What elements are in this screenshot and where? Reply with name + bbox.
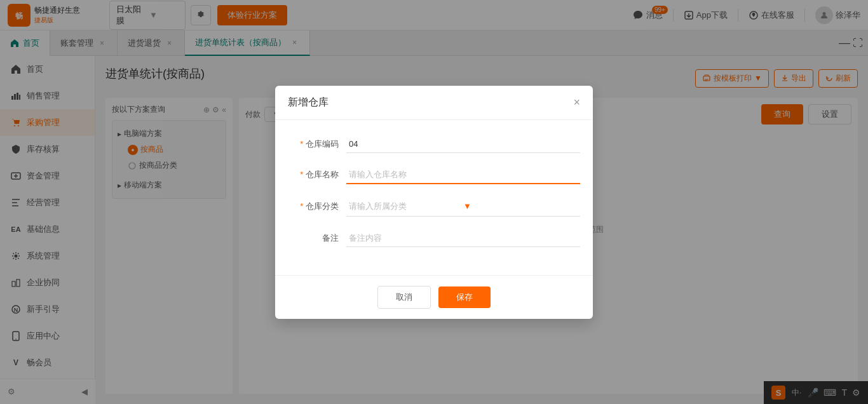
category-placeholder: 请输入所属分类 xyxy=(349,201,463,212)
save-btn[interactable]: 保存 xyxy=(438,286,491,308)
modal-footer: 取消 保存 xyxy=(275,275,593,319)
modal-close-btn[interactable]: × xyxy=(573,97,580,108)
code-label: 仓库编码 xyxy=(288,138,339,150)
modal-overlay: 新增仓库 × 仓库编码 仓库名称 仓库分类 请输入所属分类 ▼ xyxy=(0,0,868,404)
note-field-row: 备注 xyxy=(288,229,580,247)
category-field-row: 仓库分类 请输入所属分类 ▼ xyxy=(288,197,580,217)
modal-title: 新增仓库 xyxy=(288,96,329,109)
category-label: 仓库分类 xyxy=(288,201,339,212)
category-chevron: ▼ xyxy=(463,201,578,211)
category-select[interactable]: 请输入所属分类 ▼ xyxy=(346,197,580,217)
name-field-row: 仓库名称 xyxy=(288,166,580,184)
modal-header: 新增仓库 × xyxy=(275,86,593,120)
cancel-btn[interactable]: 取消 xyxy=(377,286,431,309)
new-warehouse-modal: 新增仓库 × 仓库编码 仓库名称 仓库分类 请输入所属分类 ▼ xyxy=(275,86,593,319)
modal-body: 仓库编码 仓库名称 仓库分类 请输入所属分类 ▼ 备注 xyxy=(275,120,593,275)
code-field-row: 仓库编码 xyxy=(288,135,580,153)
note-input[interactable] xyxy=(346,229,580,247)
code-input[interactable] xyxy=(346,135,580,153)
note-label: 备注 xyxy=(288,232,339,244)
name-input[interactable] xyxy=(346,166,580,184)
name-label: 仓库名称 xyxy=(288,169,339,180)
